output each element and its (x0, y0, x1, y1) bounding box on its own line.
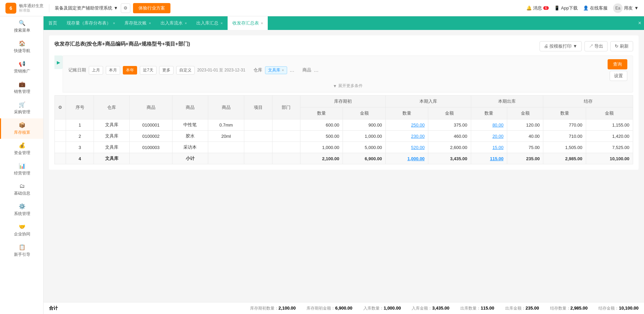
tab-inout-summary-close[interactable]: × (220, 21, 222, 25)
tab-recv-send-summary[interactable]: 收发存汇总表 × (228, 16, 268, 30)
tab-home-label: 首页 (48, 20, 57, 26)
system-selector[interactable]: 装备及固定资产辅助管理系统 ▼ (55, 5, 118, 11)
notification-button[interactable]: 🔔 消息 6 (526, 5, 549, 11)
tab-bar-close[interactable]: × (638, 20, 644, 26)
cell-in-qty[interactable]: 1,000.00 (385, 153, 428, 164)
bell-icon: 🔔 (526, 5, 532, 11)
cell-in-amt: 3,435.00 (428, 153, 471, 164)
user-dropdown-icon: ▼ (634, 5, 639, 11)
tab-inventory-dist[interactable]: 现存量（库存分布表） × (62, 16, 120, 30)
tab-batch-voucher[interactable]: 库存批次账 × (120, 16, 155, 30)
cell-in-qty[interactable]: 230.00 (385, 131, 428, 142)
operations-icon: 📊 (19, 163, 26, 169)
cell-in-qty[interactable]: 520.00 (385, 142, 428, 153)
page-card: 收发存汇总表(按仓库+商品编码+商品+规格型号+项目+部门) 🖨 按模板打印 ▼… (49, 35, 639, 170)
cell-out-qty[interactable]: 115.00 (471, 153, 507, 164)
sidebar-label-sales: 销售管理 (14, 89, 30, 95)
tab-inventory-dist-close[interactable]: × (113, 21, 115, 25)
th-code: 商品 (130, 96, 172, 119)
th-settings[interactable]: ⚙ (55, 96, 66, 119)
trial-button[interactable]: 体验行业方案 (133, 3, 170, 13)
expand-filter-button[interactable]: ▼ 展开更多条件 (333, 83, 363, 89)
tab-batch-voucher-close[interactable]: × (149, 21, 151, 25)
sidebar-item-sales[interactable]: 💼 销售管理 (0, 78, 43, 98)
tab-inout-summary-label: 出入库汇总 (196, 20, 218, 26)
cell-init-qty: 1,000.00 (300, 142, 343, 153)
cell-project (244, 142, 272, 153)
page-header: 收发存汇总表(按仓库+商品编码+商品+规格型号+项目+部门) 🖨 按模板打印 ▼… (54, 41, 633, 51)
sidebar-item-purchase[interactable]: 🛒 采购管理 (0, 98, 43, 118)
sidebar-item-search[interactable]: 🔍 搜索菜单 (0, 16, 43, 37)
cell-spec: 0.7mm (208, 119, 244, 131)
cell-dept (272, 131, 300, 142)
filter-settings-button[interactable]: 设置 (610, 71, 627, 81)
query-button[interactable]: 查询 (608, 59, 627, 69)
sidebar-item-quicknav[interactable]: 🏠 快捷导航 (0, 37, 43, 57)
date-btn-this-month[interactable]: 本月 (106, 66, 120, 75)
table-row: 1 文具库 0100001 中性笔 0.7mm 600.00 900.00 (55, 119, 633, 131)
filter-panel: 记账日期 上月 本月 本年 近7天 更多 自定义 2023-01-01 至 20… (63, 55, 633, 93)
cell-project (244, 153, 272, 164)
warehouse-tag-text: 文具库 (268, 67, 280, 73)
system-name: 装备及固定资产辅助管理系统 (55, 5, 112, 11)
tab-inout-flow-close[interactable]: × (185, 21, 187, 25)
sidebar-item-basic[interactable]: 🗂 基础信息 (0, 180, 43, 200)
th-warehouse: 仓库 (94, 96, 130, 119)
settings-button[interactable]: ⚙ (121, 3, 130, 13)
cell-spec (208, 153, 244, 164)
date-btn-7days[interactable]: 近7天 (140, 66, 156, 75)
sidebar-item-inventory[interactable]: 📦 库存核算 (0, 118, 43, 139)
sidebar-item-system[interactable]: ⚙️ 系统管理 (0, 200, 43, 220)
th-out-amt: 金额 (507, 108, 543, 119)
sidebar-item-operations[interactable]: 📊 经营管理 (0, 159, 43, 180)
refresh-icon: ↻ (615, 44, 618, 49)
cell-init-amt: 1,000.00 (343, 131, 385, 142)
th-dept: 部门 (272, 96, 300, 119)
export-button[interactable]: ↗ 导出 (584, 41, 608, 51)
cell-out-qty[interactable]: 15.00 (471, 142, 507, 153)
total-bal-amt: 结存金额：10,100.00 (598, 305, 639, 311)
tab-inout-flow[interactable]: 出入库流水 × (156, 16, 192, 30)
cell-in-qty[interactable]: 250.00 (385, 119, 428, 131)
online-service-button[interactable]: 👤 在线客服 (583, 5, 608, 11)
right-actions: 查询 设置 (608, 59, 627, 81)
sidebar-item-enterprise[interactable]: 🤝 企业协同 (0, 220, 43, 241)
sidebar-item-finance[interactable]: 💰 资金管理 (0, 139, 43, 159)
refresh-button[interactable]: ↻ 刷新 (610, 41, 633, 51)
sidebar-item-guide[interactable]: 📋 新手引导 (0, 241, 43, 261)
date-btn-custom[interactable]: 自定义 (176, 66, 195, 75)
cell-out-amt: 40.00 (507, 131, 543, 142)
print-button[interactable]: 🖨 按模板打印 ▼ (540, 41, 582, 51)
cell-init-amt: 6,900.00 (343, 153, 385, 164)
sidebar-label-finance: 资金管理 (14, 150, 30, 156)
filter-toggle[interactable]: ▶ (54, 55, 63, 69)
table-row: 2 文具库 0100002 胶水 20ml 500.00 1,000.00 (55, 131, 633, 142)
goods-label: 商品 (302, 67, 311, 73)
cell-out-qty[interactable]: 80.00 (471, 119, 507, 131)
tab-inout-summary[interactable]: 出入库汇总 × (192, 16, 227, 30)
top-bar: 6 畅库通好生意 标准版 装备及固定资产辅助管理系统 ▼ ⚙ 体验行业方案 🔔 … (0, 0, 644, 16)
sidebar-label-basic: 基础信息 (14, 191, 30, 196)
app-title: 畅库通好生意 (19, 3, 44, 8)
cell-no: 4 (66, 153, 94, 164)
tab-recv-send-summary-close[interactable]: × (261, 21, 263, 25)
total-init-amt: 库存期初金额：6,900.00 (307, 305, 352, 311)
app-download-button[interactable]: 📱 App下载 (554, 5, 578, 11)
expand-label: 展开更多条件 (338, 83, 363, 89)
date-btn-this-year[interactable]: 本年 (123, 66, 137, 75)
th-init-amt: 金额 (343, 108, 385, 119)
goods-ellipsis[interactable]: ... (314, 67, 318, 73)
user-menu[interactable]: Ea 用友 ▼ (613, 3, 639, 13)
th-balance: 结存 (543, 96, 633, 108)
logo-icon: 6 (5, 3, 16, 14)
th-name: 商品 (172, 96, 208, 119)
date-btn-more[interactable]: 更多 (159, 66, 174, 75)
sidebar-label-operations: 经营管理 (14, 170, 30, 176)
warehouse-tag-close[interactable]: × (282, 68, 284, 72)
cell-out-qty[interactable]: 20.00 (471, 131, 507, 142)
sidebar-item-marketing[interactable]: 📢 营销推广 (0, 57, 43, 78)
warehouse-ellipsis[interactable]: ... (290, 67, 294, 73)
date-btn-last-month[interactable]: 上月 (89, 66, 103, 75)
download-icon: 📱 (554, 5, 560, 11)
tab-home[interactable]: 首页 (44, 16, 62, 30)
